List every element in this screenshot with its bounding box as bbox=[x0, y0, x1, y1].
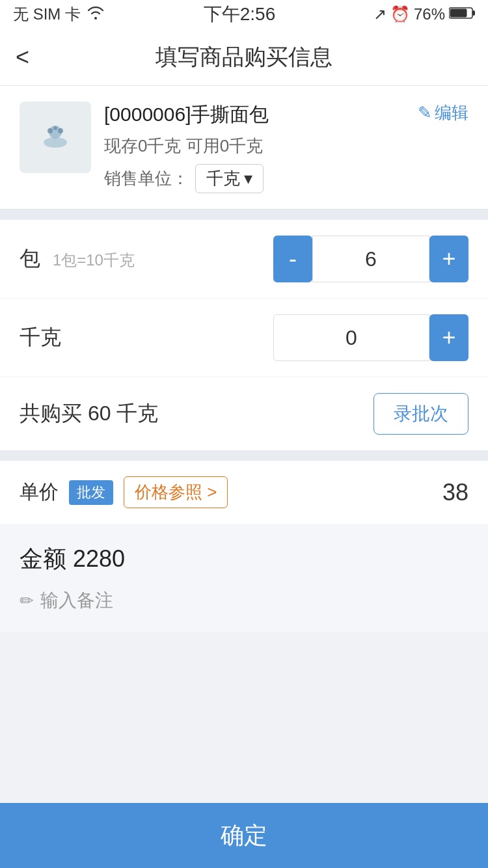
confirm-button[interactable]: 确定 bbox=[0, 803, 488, 868]
package-minus-button[interactable]: - bbox=[273, 236, 312, 282]
status-bar: 无 SIM 卡 下午2:56 ↗ ⏰ 76% bbox=[0, 0, 488, 29]
product-image bbox=[20, 102, 91, 173]
price-tag: 批发 bbox=[69, 480, 113, 505]
remark-label: 输入备注 bbox=[40, 588, 113, 613]
svg-point-7 bbox=[53, 126, 57, 130]
section-divider-2 bbox=[0, 450, 488, 461]
price-reference-button[interactable]: 价格参照 > bbox=[124, 476, 228, 508]
amount-section: 金额 2280 ✏ 输入备注 bbox=[0, 524, 488, 632]
price-section: 单价 批发 价格参照 > 38 bbox=[0, 461, 488, 524]
package-quantity-input[interactable] bbox=[312, 236, 429, 282]
wifi-icon bbox=[86, 5, 105, 23]
package-quantity-control: - + bbox=[273, 236, 468, 282]
product-card: [0000006]手撕面包 现存0千克 可用0千克 销售单位： 千克 ▾ ✎ 编… bbox=[0, 86, 488, 210]
product-stock: 现存0千克 可用0千克 bbox=[104, 135, 405, 157]
batch-button[interactable]: 录批次 bbox=[373, 393, 468, 435]
package-plus-button[interactable]: + bbox=[429, 236, 468, 282]
product-name: [0000006]手撕面包 bbox=[104, 102, 405, 128]
location-icon: ↗ bbox=[373, 5, 386, 23]
amount-row: 金额 2280 bbox=[20, 543, 468, 575]
sim-label: 无 SIM 卡 bbox=[13, 4, 81, 25]
kg-row: 千克 + bbox=[0, 299, 488, 377]
package-section: 包 1包=10千克 - + 千克 + bbox=[0, 220, 488, 377]
product-info: [0000006]手撕面包 现存0千克 可用0千克 销售单位： 千克 ▾ bbox=[104, 102, 405, 193]
kg-quantity-control: + bbox=[273, 314, 468, 361]
unit-label: 销售单位： bbox=[104, 167, 189, 190]
price-label: 单价 bbox=[20, 479, 59, 506]
unit-select[interactable]: 千克 ▾ bbox=[195, 164, 264, 193]
price-value: 38 bbox=[442, 479, 468, 506]
package-label: 包 1包=10千克 bbox=[20, 245, 273, 273]
total-text: 共购买 60 千克 bbox=[20, 400, 158, 428]
battery-icon bbox=[449, 5, 475, 23]
amount-label: 金额 2280 bbox=[20, 545, 125, 572]
kg-label: 千克 bbox=[20, 323, 273, 352]
status-time: 下午2:56 bbox=[204, 2, 276, 27]
package-hint: 1包=10千克 bbox=[53, 251, 135, 269]
svg-rect-2 bbox=[450, 9, 467, 18]
remark-row[interactable]: ✏ 输入备注 bbox=[20, 588, 468, 613]
svg-point-5 bbox=[47, 128, 53, 133]
package-row: 包 1包=10千克 - + bbox=[0, 220, 488, 299]
svg-point-4 bbox=[44, 137, 67, 148]
edit-button[interactable]: ✎ 编辑 bbox=[418, 102, 468, 124]
back-button[interactable]: < bbox=[16, 44, 29, 71]
battery-text: 76% bbox=[414, 5, 445, 23]
kg-plus-button[interactable]: + bbox=[429, 314, 468, 361]
svg-point-6 bbox=[58, 128, 63, 133]
alarm-icon: ⏰ bbox=[390, 5, 410, 23]
status-right: ↗ ⏰ 76% bbox=[373, 5, 475, 23]
product-unit: 销售单位： 千克 ▾ bbox=[104, 164, 405, 193]
section-divider-1 bbox=[0, 210, 488, 220]
nav-bar: < 填写商品购买信息 bbox=[0, 29, 488, 86]
page-title: 填写商品购买信息 bbox=[156, 42, 332, 72]
chevron-down-icon: ▾ bbox=[244, 169, 252, 189]
pencil-icon: ✏ bbox=[20, 591, 34, 611]
svg-rect-1 bbox=[472, 10, 475, 16]
status-left: 无 SIM 卡 bbox=[13, 4, 105, 25]
edit-icon: ✎ bbox=[418, 103, 432, 123]
kg-quantity-input[interactable] bbox=[273, 314, 429, 361]
total-section: 共购买 60 千克 录批次 bbox=[0, 377, 488, 450]
